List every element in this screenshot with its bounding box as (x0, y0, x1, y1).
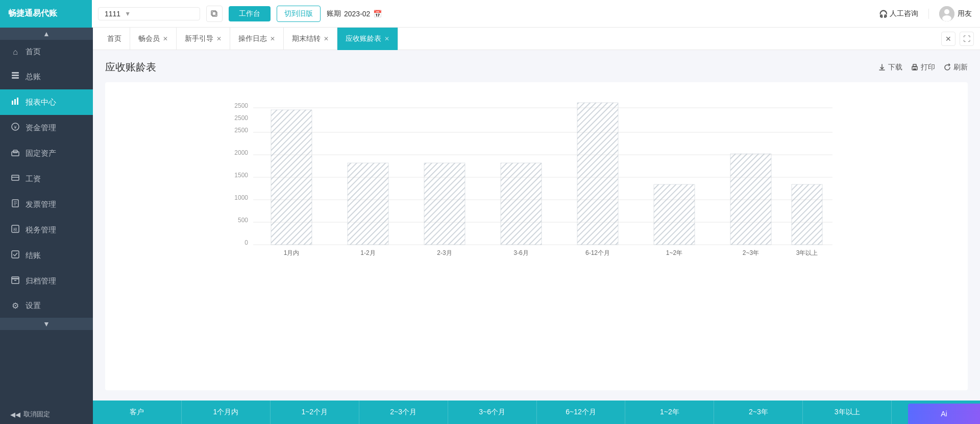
svg-text:1月内: 1月内 (284, 249, 300, 256)
svg-text:1000: 1000 (234, 194, 248, 201)
checkout-icon (10, 250, 20, 261)
download-button[interactable]: 下载 (878, 63, 902, 72)
tab-guide[interactable]: 新手引导 ✕ (177, 28, 230, 50)
logo-text: 畅捷通易代账 (8, 8, 57, 19)
sidebar-pin-button[interactable]: ◀◀ 取消固定 (0, 405, 93, 424)
switch-version-button[interactable]: 切到旧版 (277, 6, 321, 22)
sidebar-item-checkout[interactable]: 结账 (0, 243, 93, 268)
svg-text:税: 税 (13, 227, 17, 232)
title-actions: 下载 打印 刷新 (878, 63, 968, 72)
tab-log[interactable]: 操作日志 ✕ (230, 28, 284, 50)
chart-container: 0 500 1000 1500 2000 2500 2500 2500 (105, 82, 968, 390)
content-area: 首页 畅会员 ✕ 新手引导 ✕ 操作日志 ✕ 期末结转 ✕ 应收账龄表 ✕ (93, 28, 980, 424)
header-right: 🎧 人工咨询 用友 (879, 6, 972, 21)
main-layout: ▲ ⌂ 首页 总账 报表中心 ¥ 资金管理 (0, 28, 980, 424)
maximize-button[interactable]: ⛶ (960, 32, 974, 46)
svg-rect-7 (12, 77, 19, 79)
sidebar-item-tax[interactable]: 税 税务管理 (0, 217, 93, 243)
svg-rect-13 (12, 152, 19, 156)
pin-label: 取消固定 (23, 410, 50, 419)
refresh-button[interactable]: 刷新 (943, 63, 968, 72)
tax-icon: 税 (10, 224, 20, 235)
svg-text:1500: 1500 (234, 172, 248, 179)
page-content: 应收账龄表 下载 打印 刷新 (93, 50, 980, 401)
svg-text:3-6月: 3-6月 (513, 249, 528, 256)
svg-text:0: 0 (244, 239, 248, 246)
svg-rect-8 (12, 101, 13, 105)
ai-label: Ai (941, 410, 947, 418)
user-button[interactable]: 用友 (939, 6, 972, 21)
bottom-table-header: 客户 1个月内 1~2个月 2~3个月 3~6个月 6~12个月 1~2年 2~… (93, 401, 980, 424)
sidebar: ▲ ⌂ 首页 总账 报表中心 ¥ 资金管理 (0, 28, 93, 424)
sidebar-item-funds[interactable]: ¥ 资金管理 (0, 115, 93, 140)
tab-close-icon[interactable]: ✕ (163, 35, 168, 42)
period-area: 账期 2023-02 📅 (327, 9, 382, 18)
svg-rect-15 (12, 175, 19, 180)
tabs-bar: 首页 畅会员 ✕ 新手引导 ✕ 操作日志 ✕ 期末结转 ✕ 应收账龄表 ✕ (93, 28, 980, 50)
reports-icon (10, 97, 20, 108)
assets-icon (10, 148, 20, 159)
svg-point-3 (944, 9, 949, 14)
close-all-tabs-button[interactable]: ✕ (941, 32, 955, 46)
print-icon (911, 63, 919, 72)
divider (928, 9, 929, 19)
sidebar-item-ledger[interactable]: 总账 (0, 64, 93, 89)
svg-rect-46 (271, 110, 312, 245)
sidebar-scroll-up[interactable]: ▲ (0, 28, 93, 40)
tab-label: 首页 (107, 34, 121, 43)
sidebar-scroll-down[interactable]: ▼ (0, 318, 93, 330)
avatar-icon (939, 6, 954, 21)
tab-home[interactable]: 首页 (99, 28, 130, 50)
sidebar-item-invoice[interactable]: 发票管理 (0, 192, 93, 217)
col-customer: 客户 (93, 401, 182, 424)
settings-icon: ⚙ (10, 301, 20, 311)
page-title: 应收账龄表 (105, 60, 156, 74)
tab-close-icon[interactable]: ✕ (384, 35, 389, 42)
page-title-bar: 应收账龄表 下载 打印 刷新 (105, 60, 968, 74)
sidebar-item-label: 设置 (26, 301, 41, 311)
svg-text:2-3月: 2-3月 (437, 249, 452, 256)
sidebar-item-assets[interactable]: 固定资产 (0, 140, 93, 166)
sidebar-item-label: 总账 (26, 72, 41, 82)
support-button[interactable]: 🎧 人工咨询 (879, 9, 918, 18)
tab-close-icon[interactable]: ✕ (270, 35, 275, 42)
ledger-icon (10, 71, 20, 82)
ai-assistant-bar[interactable]: Ai (908, 404, 980, 424)
svg-point-4 (942, 15, 951, 21)
tab-aging[interactable]: 应收账龄表 ✕ (337, 28, 398, 50)
sidebar-item-archive[interactable]: 归档管理 (0, 268, 93, 294)
col-3-6m: 3~6个月 (448, 401, 537, 424)
svg-text:1~2年: 1~2年 (666, 249, 682, 256)
period-value: 2023-02 (344, 10, 370, 18)
tab-period-end[interactable]: 期末结转 ✕ (284, 28, 337, 50)
col-2-3y: 2~3年 (714, 401, 803, 424)
tab-close-icon[interactable]: ✕ (324, 35, 329, 42)
sidebar-item-label: 结账 (26, 251, 41, 261)
sidebar-item-salary[interactable]: 工资 (0, 166, 93, 192)
svg-text:2500: 2500 (234, 102, 248, 109)
company-selector[interactable]: 1111 ▼ (98, 7, 200, 20)
workbench-button[interactable]: 工作台 (229, 6, 271, 21)
svg-rect-6 (12, 75, 19, 76)
svg-rect-54 (577, 103, 618, 245)
calendar-icon[interactable]: 📅 (373, 10, 382, 18)
sidebar-item-settings[interactable]: ⚙ 设置 (0, 294, 93, 318)
col-1-2y: 1~2年 (625, 401, 714, 424)
tab-label: 畅会员 (138, 34, 160, 43)
invoice-icon (10, 199, 20, 210)
svg-text:3年以上: 3年以上 (796, 249, 818, 256)
sidebar-item-home[interactable]: ⌂ 首页 (0, 40, 93, 64)
svg-rect-58 (730, 154, 771, 245)
salary-icon (10, 173, 20, 184)
user-name: 用友 (958, 9, 972, 18)
col-1-2m: 1~2个月 (271, 401, 359, 424)
tab-vip[interactable]: 畅会员 ✕ (130, 28, 177, 50)
refresh-icon (943, 63, 951, 72)
tab-close-icon[interactable]: ✕ (216, 35, 222, 42)
svg-rect-23 (12, 251, 19, 258)
copy-button[interactable] (206, 6, 223, 22)
sidebar-item-label: 归档管理 (26, 276, 56, 286)
sidebar-item-reports[interactable]: 报表中心 (0, 89, 93, 115)
print-button[interactable]: 打印 (911, 63, 935, 72)
pin-icon: ◀◀ (10, 411, 20, 418)
